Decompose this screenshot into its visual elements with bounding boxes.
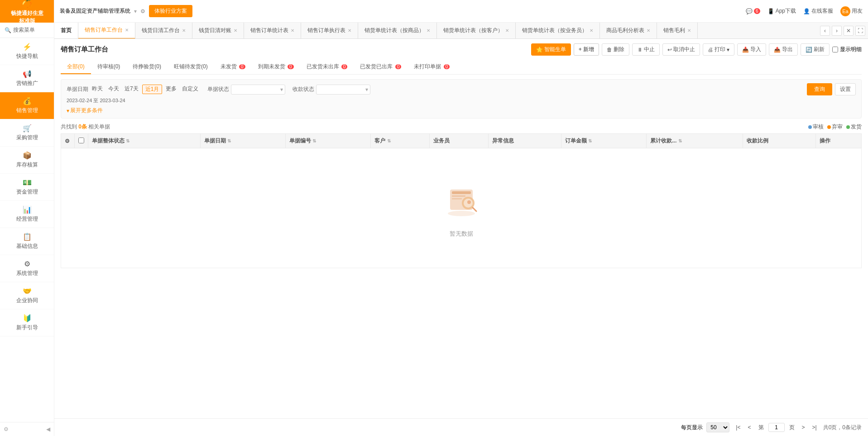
select-all-checkbox[interactable] <box>78 137 84 143</box>
collapse-icon[interactable]: ◀ <box>46 426 50 432</box>
settings-icon[interactable]: ⚙ <box>140 8 145 14</box>
page-first-btn[interactable]: |< <box>733 423 743 431</box>
import-icon: 📥 <box>742 47 749 53</box>
tab-home[interactable]: 首页 <box>54 23 78 39</box>
sidebar-search[interactable]: 🔍 搜索菜单 <box>0 23 54 38</box>
filter-date-7days[interactable]: 近7天 <box>123 85 140 94</box>
import-btn[interactable]: 📥 导入 <box>737 43 766 56</box>
sub-tab-pending-inspect[interactable]: 待挣验货(0) <box>126 60 168 74</box>
trial-btn[interactable]: 体验行业方案 <box>149 5 192 17</box>
tab-sales-amount[interactable]: 销售毛利 ✕ <box>657 23 698 39</box>
suspend-btn[interactable]: ⏸ 中止 <box>632 43 660 56</box>
filter-payment-select[interactable] <box>316 85 370 95</box>
app-download[interactable]: 📱 App下载 <box>767 7 796 15</box>
col-settings[interactable]: ⚙ <box>61 134 75 148</box>
tab-cash-daily-close[interactable]: ✕ <box>182 28 186 33</box>
page-prev-btn[interactable]: < <box>745 423 753 431</box>
page-size-select[interactable]: 50 20 100 <box>706 422 729 432</box>
filter-date-1month[interactable]: 近1月 <box>142 85 163 94</box>
tab-margin-close[interactable]: ✕ <box>647 28 650 33</box>
tab-sales-stat-label: 销售订单统计表 <box>250 27 288 34</box>
tab-sales-by-staff[interactable]: 销货单统计表（按业务员） ✕ <box>516 23 600 39</box>
show-details-checkbox[interactable]: 显示明细 <box>832 46 862 53</box>
tab-sales-by-customer[interactable]: 销货单统计表（按客户） ✕ <box>437 23 516 39</box>
tab-sales-workbench-close[interactable]: ✕ <box>125 28 129 33</box>
smart-create-btn[interactable]: ⭐ 智能生单 <box>531 43 571 56</box>
print-btn[interactable]: 🖨 打印 ▾ <box>703 43 734 56</box>
expand-btn[interactable]: ▾ 展开更多条件 <box>67 107 856 114</box>
filter-date-yesterday[interactable]: 昨天 <box>90 85 105 94</box>
sidebar-item-marketing[interactable]: 📢 营销推广 <box>0 65 54 92</box>
sidebar-item-purchase[interactable]: 🛒 采购管理 <box>0 119 54 147</box>
message-item[interactable]: 💬 6 <box>746 8 760 14</box>
sidebar-item-finance[interactable]: 💵 资金管理 <box>0 174 54 201</box>
tab-sales-stat-close[interactable]: ✕ <box>291 28 294 33</box>
sort-status-icon[interactable]: ⇅ <box>126 138 129 143</box>
page-input[interactable] <box>768 423 785 432</box>
tab-cash-reconcile[interactable]: 钱货日清对账 ✕ <box>192 23 244 39</box>
sidebar-item-enterprise[interactable]: 🤝 企业协同 <box>0 282 54 309</box>
delete-btn[interactable]: 🗑 删除 <box>602 43 629 56</box>
settings-bottom-icon[interactable]: ⚙ <box>4 426 9 432</box>
col-checkbox[interactable] <box>75 134 88 148</box>
refresh-btn[interactable]: 🔄 刷新 <box>801 43 830 56</box>
nav-close-all[interactable]: ✕ <box>844 26 854 36</box>
sub-tab-wangpu[interactable]: 旺铺待发货(0) <box>168 60 214 74</box>
cancel-suspend-btn[interactable]: ↩ 取消中止 <box>662 43 700 56</box>
query-btn[interactable]: 查询 <box>807 83 832 95</box>
tab-sales-workbench[interactable]: 销售订单工作台 ✕ <box>78 23 135 39</box>
export-btn[interactable]: 📤 导出 <box>769 43 798 56</box>
tab-cash-daily[interactable]: 钱货日清工作台 ✕ <box>135 23 192 39</box>
sort-amount-icon[interactable]: ⇅ <box>588 138 592 143</box>
sidebar-item-inventory[interactable]: 📦 库存核算 <box>0 147 54 174</box>
sidebar-item-operations[interactable]: 📊 经营管理 <box>0 201 54 228</box>
sort-date-icon[interactable]: ⇅ <box>227 138 231 143</box>
tab-cash-reconcile-close[interactable]: ✕ <box>234 28 237 33</box>
nav-more[interactable]: ⛶ <box>855 26 865 36</box>
tab-sales-by-product-close[interactable]: ✕ <box>427 28 430 33</box>
tab-sales-by-staff-close[interactable]: ✕ <box>590 28 593 33</box>
tab-sales-by-customer-close[interactable]: ✕ <box>505 28 509 33</box>
show-details-input[interactable] <box>832 47 838 52</box>
add-btn[interactable]: + 新增 <box>574 43 599 56</box>
tab-sales-amount-close[interactable]: ✕ <box>687 28 691 33</box>
filter-setting-btn[interactable]: 设置 <box>835 83 856 95</box>
tab-sales-by-product[interactable]: 销货单统计表（按商品） ✕ <box>358 23 437 39</box>
ship-action[interactable]: 发货 <box>846 123 862 131</box>
sub-tab-all[interactable]: 全部(0) <box>61 60 91 74</box>
dropdown-arrow-icon: ▾ <box>134 8 137 14</box>
page-next-btn[interactable]: > <box>799 423 808 431</box>
tab-sales-exec[interactable]: 销售订单执行表 ✕ <box>301 23 358 39</box>
sort-number-icon[interactable]: ⇅ <box>312 138 316 143</box>
tab-sales-stat[interactable]: 销售订单统计表 ✕ <box>244 23 301 39</box>
sidebar-item-system[interactable]: ⚙ 系统管理 <box>0 255 54 282</box>
user-info[interactable]: Ea 用友 <box>840 6 863 16</box>
svg-rect-3 <box>452 195 465 197</box>
tab-margin[interactable]: 商品毛利分析表 ✕ <box>600 23 657 39</box>
page-total: 共0页，0条记录 <box>823 424 862 431</box>
filter-date-custom[interactable]: 自定义 <box>180 85 200 94</box>
cancel-review-action[interactable]: 弃审 <box>827 123 843 131</box>
sub-tab-overdue[interactable]: 到期未发货 0 <box>252 60 300 74</box>
page-last-btn[interactable]: >| <box>810 423 820 431</box>
sub-tab-not-printed[interactable]: 未打印单据 0 <box>408 60 456 74</box>
sort-customer-icon[interactable]: ⇅ <box>387 138 391 143</box>
nav-next-arrow[interactable]: › <box>832 26 842 36</box>
nav-prev-arrow[interactable]: ‹ <box>820 26 830 36</box>
sub-tab-shipped-not-out[interactable]: 已发货未出库 0 <box>300 60 354 74</box>
sort-collected-icon[interactable]: ⇅ <box>678 138 682 143</box>
online-service[interactable]: 👤 在线客服 <box>803 7 833 15</box>
sidebar-item-basic[interactable]: 📋 基础信息 <box>0 228 54 255</box>
filter-status-select[interactable] <box>231 85 285 95</box>
filter-date-more[interactable]: 更多 <box>164 85 178 94</box>
sidebar-item-sales[interactable]: 💰 销售管理 <box>0 92 54 119</box>
sub-tab-pending-review[interactable]: 待审核(0) <box>91 60 127 74</box>
sidebar-item-quick-nav[interactable]: ⚡ 快捷导航 <box>0 38 54 65</box>
page-nav: |< < 第 页 > >| <box>733 423 819 432</box>
review-action[interactable]: 审核 <box>808 123 824 131</box>
tab-sales-exec-close[interactable]: ✕ <box>348 28 351 33</box>
sub-tab-shipped-out[interactable]: 已发货已出库 0 <box>354 60 408 74</box>
sub-tab-not-shipped[interactable]: 未发货 0 <box>214 60 252 74</box>
sidebar-item-guide[interactable]: 🔰 新手引导 <box>0 309 54 336</box>
filter-date-today[interactable]: 今天 <box>106 85 121 94</box>
